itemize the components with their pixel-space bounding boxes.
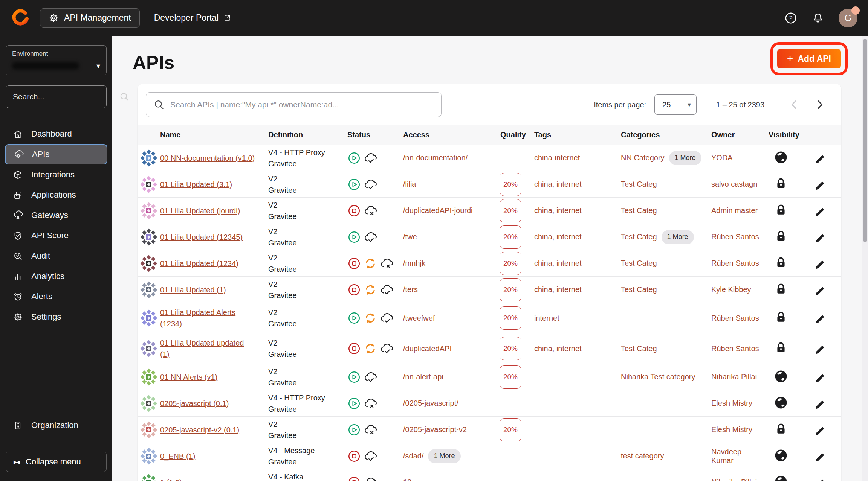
- status-started-icon: [347, 230, 361, 244]
- edit-api-button[interactable]: [812, 370, 827, 385]
- api-access-link[interactable]: /nn-alert-api: [403, 373, 443, 381]
- api-name-link[interactable]: 1 (1.0): [160, 473, 182, 481]
- edit-api-button[interactable]: [812, 256, 827, 271]
- api-name-link[interactable]: 0_ENB (1): [160, 447, 195, 466]
- status-out-of-sync-icon: [364, 257, 377, 270]
- sidebar-search-input[interactable]: [12, 92, 116, 102]
- visibility-public-icon: [773, 150, 789, 166]
- sidebar-item-applications[interactable]: Applications: [0, 185, 112, 205]
- api-name-link[interactable]: 0205-javascript-v2 (0.1): [160, 420, 239, 439]
- api-owner: Rúben Santos: [711, 233, 759, 241]
- sidebar-item-integrations[interactable]: Integrations: [0, 164, 112, 185]
- api-access-link[interactable]: /duplicatedAPI-jourdi: [403, 206, 473, 215]
- edit-api-button[interactable]: [812, 475, 827, 481]
- svg-text:?: ?: [789, 14, 792, 21]
- quality-badge[interactable]: 20%: [500, 418, 521, 441]
- sidebar-item-api-score[interactable]: API Score: [0, 225, 112, 246]
- api-access-link[interactable]: /twe: [403, 233, 417, 241]
- sidebar-item-audit[interactable]: Audit: [0, 246, 112, 266]
- api-access-link[interactable]: /mnhjk: [403, 259, 425, 268]
- alerts-icon: [13, 292, 23, 302]
- quality-badge[interactable]: 20%: [500, 278, 521, 301]
- sidebar-item-gateways[interactable]: Gateways: [0, 205, 112, 225]
- sidebar-item-settings[interactable]: Settings: [0, 307, 112, 327]
- api-status: [347, 397, 400, 410]
- app-switcher-label: API Management: [64, 13, 131, 23]
- quality-badge[interactable]: 20%: [500, 252, 521, 275]
- api-access-link[interactable]: /tweefwef: [403, 314, 435, 323]
- edit-api-button[interactable]: [812, 203, 827, 218]
- edit-api-button[interactable]: [812, 341, 827, 356]
- pencil-icon: [813, 256, 827, 270]
- help-button[interactable]: ?: [784, 12, 797, 24]
- quality-badge[interactable]: 20%: [500, 173, 521, 196]
- quality-badge[interactable]: 20%: [500, 306, 521, 330]
- status-started-icon: [347, 397, 361, 410]
- api-tags: china-internet: [534, 154, 580, 162]
- pencil-icon: [813, 341, 827, 355]
- api-access-link[interactable]: /duplicatedAPI: [403, 344, 452, 353]
- sidebar-item-alerts[interactable]: Alerts: [0, 286, 112, 307]
- api-name-link[interactable]: 01 NN Alerts (v1): [160, 368, 217, 387]
- quality-badge[interactable]: 20%: [500, 225, 521, 249]
- api-name-link[interactable]: 01 Lilia Updated updated (1): [160, 333, 255, 364]
- sidebar-item-organization[interactable]: Organization: [0, 415, 112, 435]
- api-name-link[interactable]: 01 Lilia Updated (3.1): [160, 175, 232, 194]
- api-definition: V2Gravitee: [268, 199, 347, 222]
- more-chip[interactable]: 1 More: [662, 230, 694, 244]
- add-api-button[interactable]: + Add API: [777, 49, 841, 68]
- scrollbar-thumb[interactable]: [863, 39, 867, 242]
- avatar-status-badge: [851, 6, 860, 15]
- sidebar-item-dashboard[interactable]: Dashboard: [0, 124, 112, 144]
- edit-api-button[interactable]: [812, 449, 827, 464]
- api-access-link[interactable]: /0205-javascript/: [403, 399, 458, 408]
- developer-portal-link[interactable]: Developer Portal: [154, 13, 231, 23]
- notifications-button[interactable]: [811, 12, 824, 24]
- api-name-link[interactable]: 01 Lilia Updated (1): [160, 280, 226, 299]
- more-chip[interactable]: 1 More: [428, 449, 460, 463]
- api-name-link[interactable]: 00 NN-documentation (v1.0): [160, 149, 255, 167]
- api-name-link[interactable]: 01 Lilia Updated Alerts (1234): [160, 303, 255, 333]
- api-access-link[interactable]: /0205-javascript-v2: [403, 425, 467, 434]
- api-definition: V4 - HTTP ProxyGravitee: [268, 392, 347, 415]
- environment-select[interactable]: Environment ▾: [6, 45, 107, 75]
- edit-api-button[interactable]: [812, 151, 827, 166]
- api-name-link[interactable]: 01 Lilia Updated (12345): [160, 228, 243, 247]
- edit-api-button[interactable]: [812, 422, 827, 437]
- api-avatar: [138, 254, 160, 272]
- edit-api-button[interactable]: [812, 230, 827, 245]
- quality-badge[interactable]: 20%: [500, 337, 521, 360]
- api-access-link[interactable]: /nn-documentation/: [403, 154, 468, 162]
- api-score-icon: [13, 231, 23, 241]
- next-page-button[interactable]: [813, 98, 826, 111]
- api-categories: test category: [621, 452, 664, 460]
- api-access-link[interactable]: /sdad/: [403, 452, 423, 460]
- api-access-link[interactable]: /ters: [403, 285, 418, 294]
- sidebar: Environment ▾ DashboardAPIsIntegrationsA…: [0, 36, 112, 481]
- scrollbar-track[interactable]: [862, 36, 868, 481]
- api-status: [347, 283, 400, 297]
- previous-page-button[interactable]: [788, 98, 801, 111]
- sidebar-item-apis[interactable]: APIs: [5, 144, 107, 164]
- edit-api-button[interactable]: [812, 396, 827, 411]
- items-per-page-select[interactable]: 25 ▾: [654, 94, 697, 115]
- api-name-link[interactable]: 0205-javascript (0.1): [160, 394, 229, 413]
- api-name-link[interactable]: 01 Lilia Updated (1234): [160, 254, 238, 273]
- api-access-link[interactable]: 12: [403, 478, 411, 481]
- app-switcher-button[interactable]: API Management: [40, 8, 140, 28]
- api-name-link[interactable]: 01 Lilia Updated (jourdi): [160, 201, 240, 220]
- api-tags: china, internet: [534, 344, 582, 353]
- edit-api-button[interactable]: [812, 177, 827, 192]
- sidebar-item-analytics[interactable]: Analytics: [0, 266, 112, 286]
- edit-api-button[interactable]: [812, 311, 827, 326]
- api-search-input[interactable]: [170, 100, 434, 110]
- more-chip[interactable]: 1 More: [669, 151, 701, 165]
- pencil-icon: [813, 311, 827, 325]
- api-status: [347, 230, 400, 244]
- api-access-link[interactable]: /lilia: [403, 180, 416, 189]
- collapse-menu-button[interactable]: ▶◀ Collapse menu: [6, 452, 107, 472]
- edit-api-button[interactable]: [812, 282, 827, 297]
- quality-badge[interactable]: 20%: [500, 365, 521, 389]
- quality-badge[interactable]: 20%: [500, 199, 521, 222]
- user-menu-button[interactable]: G: [839, 9, 857, 27]
